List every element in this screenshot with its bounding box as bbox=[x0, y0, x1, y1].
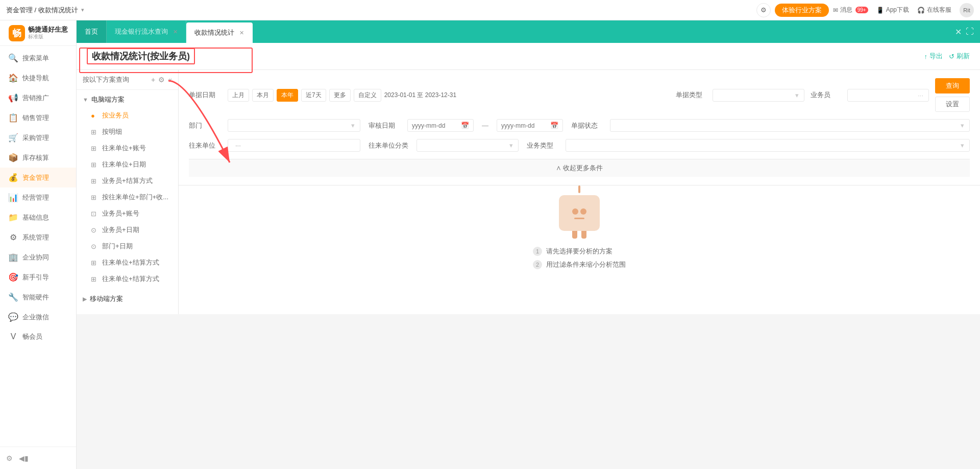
sales-icon: 📋 bbox=[8, 113, 18, 123]
setting-button[interactable]: 设置 bbox=[935, 97, 970, 112]
scheme-item-dept-date[interactable]: ⊙ 部门+日期 bbox=[77, 238, 178, 254]
scheme-item-salesman-settlement[interactable]: ⊞ 业务员+结算方式 bbox=[77, 173, 178, 189]
voucher-type-label: 单据类型 bbox=[676, 90, 706, 100]
department-select[interactable]: ▾ bbox=[228, 119, 360, 132]
date-btn-this-month[interactable]: 本月 bbox=[252, 89, 274, 102]
tab-receipt-close-icon[interactable]: ✕ bbox=[239, 30, 244, 36]
scheme-setting-button[interactable]: ⚙ bbox=[158, 76, 165, 84]
scheme-item-icon: ⊞ bbox=[91, 275, 99, 283]
counterpart-category-select[interactable]: ▾ bbox=[416, 139, 519, 152]
sidebar-item-purchase[interactable]: 🛒 采购管理 bbox=[0, 128, 76, 148]
scheme-item-counterpart-settlement2[interactable]: ⊞ 往来单位+结算方式 bbox=[77, 271, 178, 287]
review-date-to-field[interactable] bbox=[501, 122, 547, 129]
scheme-item-counterpart-dept[interactable]: ⊞ 按往来单位+部门+收... bbox=[77, 189, 178, 205]
tab-maximize-icon[interactable]: ⛶ bbox=[966, 27, 974, 36]
scheme-item-by-salesman[interactable]: ● 按业务员 bbox=[77, 107, 178, 124]
scheme-item-counterpart-date[interactable]: ⊞ 往来单位+日期 bbox=[77, 156, 178, 173]
settings-bottom-icon[interactable]: ⚙ bbox=[6, 454, 13, 462]
chevron-down-icon[interactable]: ▾ bbox=[81, 7, 84, 13]
user-avatar[interactable]: Rit bbox=[960, 3, 974, 17]
scheme-mobile-group-title[interactable]: ▶ 移动端方案 bbox=[77, 291, 178, 307]
scheme-item-by-detail[interactable]: ⊞ 按明细 bbox=[77, 124, 178, 140]
sidebar-item-label: 搜索菜单 bbox=[22, 54, 49, 63]
sidebar-item-search[interactable]: 🔍 搜索菜单 bbox=[0, 48, 76, 68]
sidebar-item-label: 快捷导航 bbox=[22, 74, 49, 83]
right-tools: ✉ 消息 99+ 📱 App下载 🎧 在线客服 Rit bbox=[833, 3, 974, 17]
date-btn-more[interactable]: 更多 bbox=[329, 89, 351, 102]
query-button[interactable]: 查询 bbox=[935, 78, 970, 93]
sidebar-item-corp[interactable]: 🏢 企业协同 bbox=[0, 247, 76, 267]
tab-bank[interactable]: 现金银行流水查询 ✕ bbox=[107, 20, 186, 43]
scheme-item-salesman-date[interactable]: ⊙ 业务员+日期 bbox=[77, 222, 178, 238]
date-btn-7days[interactable]: 近7天 bbox=[301, 89, 326, 102]
sidebar-item-wechat[interactable]: 💬 企业微信 bbox=[0, 307, 76, 327]
sidebar-item-guide[interactable]: 🎯 新手引导 bbox=[0, 267, 76, 287]
voucher-status-select[interactable]: ▾ bbox=[610, 119, 970, 132]
tip-num-2: 2 bbox=[533, 260, 542, 269]
page-header: 收款情况统计(按业务员) ↑ 导出 ↺ 刷新 bbox=[77, 43, 980, 70]
voucher-type-select[interactable]: ▾ bbox=[713, 89, 804, 102]
scheme-item-counterpart-settlement1[interactable]: ⊞ 往来单位+结算方式 bbox=[77, 254, 178, 271]
finance-icon: 💰 bbox=[8, 173, 18, 182]
scheme-item-icon: ⊞ bbox=[91, 259, 99, 267]
scheme-desktop-group-title[interactable]: ▼ 电脑端方案 bbox=[77, 92, 178, 107]
counterpart-more-icon[interactable]: ··· bbox=[235, 142, 241, 149]
empty-illustration bbox=[549, 185, 610, 237]
sidebar-item-hardware[interactable]: 🔧 智能硬件 bbox=[0, 287, 76, 307]
messages-button[interactable]: ✉ 消息 99+ bbox=[833, 6, 868, 14]
sidebar-item-system[interactable]: ⚙ 系统管理 bbox=[0, 227, 76, 247]
collapse-more-conditions-button[interactable]: ∧ 收起更多条件 bbox=[189, 159, 970, 177]
tip-num-1: 1 bbox=[533, 247, 542, 256]
corp-icon: 🏢 bbox=[8, 252, 18, 262]
basic-icon: 📁 bbox=[8, 213, 18, 222]
salesman-select[interactable]: ··· bbox=[847, 89, 929, 102]
online-service-button[interactable]: 🎧 在线客服 bbox=[917, 6, 951, 14]
refresh-button[interactable]: ↺ 刷新 bbox=[949, 52, 970, 61]
scheme-header: 按以下方案查询 + ⚙ « bbox=[77, 70, 178, 90]
app-download-button[interactable]: 📱 App下载 bbox=[876, 6, 909, 14]
empty-tips: 1 请先选择要分析的方案 2 用过滤条件来缩小分析范围 bbox=[533, 247, 626, 273]
date-btn-this-year[interactable]: 本年 bbox=[277, 89, 298, 102]
breadcrumb-text: 资金管理 / 收款情况统计 bbox=[6, 6, 78, 15]
tab-home[interactable]: 首页 bbox=[77, 20, 107, 43]
sidebar-item-sales[interactable]: 📋 销售管理 bbox=[0, 108, 76, 128]
scheme-item-counterpart-account[interactable]: ⊞ 往来单位+账号 bbox=[77, 140, 178, 156]
tab-receipt[interactable]: 收款情况统计 ✕ bbox=[186, 22, 253, 43]
collapse-sidebar-icon[interactable]: ◀▮ bbox=[19, 454, 29, 462]
review-date-to-input[interactable]: 📅 bbox=[497, 119, 563, 132]
sidebar-item-label: 采购管理 bbox=[22, 133, 49, 143]
scheme-item-icon: ● bbox=[91, 112, 99, 120]
tab-close-all-icon[interactable]: ✕ bbox=[955, 27, 962, 37]
page-title: 收款情况统计(按业务员) bbox=[87, 48, 195, 64]
scheme-collapse-button[interactable]: « bbox=[168, 76, 172, 84]
sidebar-item-nav[interactable]: 🏠 快捷导航 bbox=[0, 68, 76, 88]
tab-receipt-label: 收款情况统计 bbox=[194, 28, 234, 37]
sidebar-item-operation[interactable]: 📊 经营管理 bbox=[0, 187, 76, 207]
review-date-from-input[interactable]: 📅 bbox=[407, 119, 474, 132]
tab-bank-close-icon[interactable]: ✕ bbox=[173, 29, 178, 35]
sidebar-item-label: 企业微信 bbox=[22, 313, 49, 322]
scheme-item-salesman-account[interactable]: ⊡ 业务员+账号 bbox=[77, 205, 178, 222]
sidebar-item-finance[interactable]: 💰 资金管理 bbox=[0, 168, 76, 187]
gear-button[interactable]: ⚙ bbox=[756, 3, 771, 17]
counterpart-input[interactable]: ··· bbox=[228, 139, 360, 152]
date-btn-custom[interactable]: 自定义 bbox=[354, 89, 381, 102]
purchase-icon: 🛒 bbox=[8, 133, 18, 143]
split-layout: 按以下方案查询 + ⚙ « ▼ 电脑端方案 ● 按业务员 bbox=[77, 70, 980, 314]
sidebar-item-marketing[interactable]: 📢 营销推广 bbox=[0, 88, 76, 108]
scheme-item-icon: ⊞ bbox=[91, 128, 99, 136]
sidebar-item-member[interactable]: V 畅会员 bbox=[0, 327, 76, 346]
review-date-from-field[interactable] bbox=[412, 122, 458, 129]
sidebar-item-basic[interactable]: 📁 基础信息 bbox=[0, 207, 76, 227]
filter-panel: 单据日期 上月 本月 本年 近7天 更多 自定义 2023-01-01 至 20… bbox=[179, 70, 980, 185]
scheme-item-label: 往来单位+结算方式 bbox=[102, 274, 159, 284]
scheme-item-icon: ⊞ bbox=[91, 145, 99, 152]
calendar-icon: 📅 bbox=[461, 122, 469, 129]
date-btn-last-month[interactable]: 上月 bbox=[228, 89, 249, 102]
trial-button[interactable]: 体验行业方案 bbox=[775, 4, 829, 17]
add-scheme-button[interactable]: + bbox=[151, 76, 155, 84]
business-type-select[interactable]: ▾ bbox=[566, 139, 970, 152]
sidebar-item-label: 智能硬件 bbox=[22, 293, 49, 302]
export-button[interactable]: ↑ 导出 bbox=[924, 52, 943, 61]
sidebar-item-inventory[interactable]: 📦 库存核算 bbox=[0, 148, 76, 168]
